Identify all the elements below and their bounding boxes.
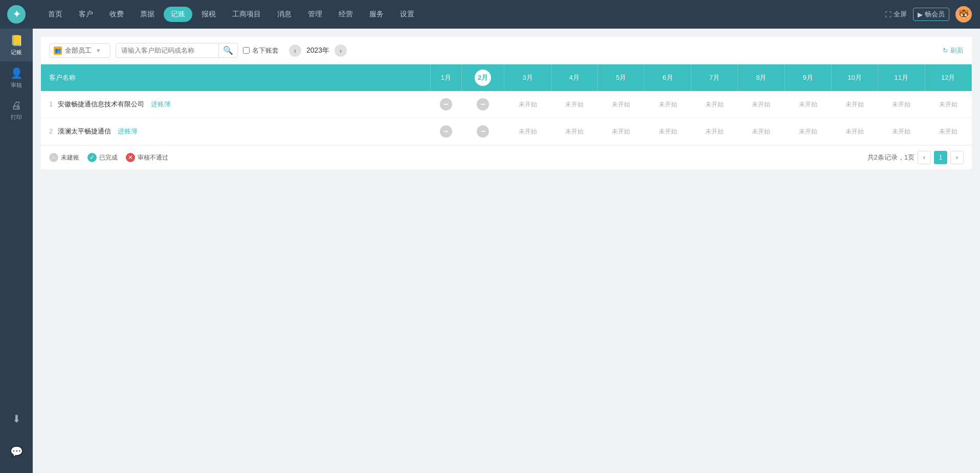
table-header-row: 客户名称 1月 2月 3月 4月 5月 6月 xyxy=(41,64,972,91)
th-m10: 10月 xyxy=(831,64,878,91)
th-m4: 4月 xyxy=(551,64,597,91)
cell-row0-month6: 未开始 xyxy=(644,91,691,118)
sidebar-item-bookkeeping-label: 记账 xyxy=(11,49,22,56)
nav-service[interactable]: 服务 xyxy=(362,7,391,22)
cell-row1-month8: 未开始 xyxy=(738,118,785,145)
status-not-started: 未开始 xyxy=(799,128,817,135)
refresh-label: 刷新 xyxy=(950,46,964,55)
vip-label: 畅会员 xyxy=(925,10,945,19)
status-not-started: 未开始 xyxy=(705,128,724,135)
cell-row0-month11: 未开始 xyxy=(878,91,925,118)
enter-ledger-link[interactable]: 进账簿 xyxy=(151,100,171,108)
cell-row1-month9: 未开始 xyxy=(785,118,831,145)
user-avatar[interactable]: 🐯 xyxy=(955,6,972,22)
nav-right: ⛶ 全屏 ▶ 畅会员 🐯 xyxy=(885,6,972,22)
legend-completed: ✓ 已完成 xyxy=(87,153,118,162)
nav-client[interactable]: 客户 xyxy=(72,7,100,22)
cell-row1-month12: 未开始 xyxy=(925,118,971,145)
next-year-button[interactable]: › xyxy=(335,44,347,57)
row-index: 1 xyxy=(49,100,53,108)
refresh-button[interactable]: ↻ 刷新 xyxy=(943,46,964,55)
status-not-started: 未开始 xyxy=(752,128,770,135)
status-not-started: 未开始 xyxy=(939,128,957,135)
row-index: 2 xyxy=(49,127,53,135)
nav-business[interactable]: 工商项目 xyxy=(225,7,268,22)
search-button[interactable]: 🔍 xyxy=(218,43,237,57)
status-not-started: 未开始 xyxy=(612,101,630,108)
status-not-built: − xyxy=(477,98,489,110)
content-area: 👥 全部员工 ▾ 🔍 名下账套 ‹ 2023年 › xyxy=(33,29,980,473)
vip-icon: ▶ xyxy=(918,11,923,18)
nav-invoice[interactable]: 票据 xyxy=(133,7,162,22)
nav-billing[interactable]: 收费 xyxy=(102,7,131,22)
th-m3: 3月 xyxy=(504,64,551,91)
bookkeeping-icon: 📒 xyxy=(10,34,23,47)
legend-failed-label: 审核不通过 xyxy=(138,153,168,162)
th-m1: 1月 xyxy=(430,64,461,91)
nav-message[interactable]: 消息 xyxy=(270,7,299,22)
th-m2: 2月 xyxy=(461,64,504,91)
legend-completed-icon: ✓ xyxy=(87,153,97,162)
page-1-button[interactable]: 1 xyxy=(934,151,947,164)
refresh-icon: ↻ xyxy=(943,47,948,54)
th-client-name: 客户名称 xyxy=(41,64,430,91)
client-cell-0: 1 安徽畅捷通信息技术有限公司 进账簿 xyxy=(41,91,430,118)
enter-ledger-link[interactable]: 进账簿 xyxy=(118,127,138,135)
sidebar-item-download[interactable]: ⬇ xyxy=(0,402,33,435)
prev-page-button[interactable]: ‹ xyxy=(918,151,931,164)
vip-button[interactable]: ▶ 畅会员 xyxy=(913,8,949,21)
checkbox-input[interactable] xyxy=(243,47,250,54)
nav-tax[interactable]: 报税 xyxy=(194,7,223,22)
table-wrap: 客户名称 1月 2月 3月 4月 5月 6月 xyxy=(41,64,972,145)
search-input[interactable] xyxy=(116,44,218,56)
cell-row0-month4: 未开始 xyxy=(551,91,597,118)
cell-row1-month5: 未开始 xyxy=(598,118,644,145)
sidebar-item-support[interactable]: 💬 xyxy=(0,435,33,468)
pagination-info: 共2条记录，1页 xyxy=(867,153,915,162)
legend-not-built-label: 未建账 xyxy=(61,153,79,162)
status-not-started: 未开始 xyxy=(705,101,724,108)
cell-row1-month4: 未开始 xyxy=(551,118,597,145)
cell-row0-month8: 未开始 xyxy=(738,91,785,118)
status-not-built: − xyxy=(477,125,489,138)
cell-row1-month7: 未开始 xyxy=(691,118,738,145)
checkbox-label: 名下账套 xyxy=(252,46,279,55)
table-scroll[interactable]: 客户名称 1月 2月 3月 4月 5月 6月 xyxy=(41,64,972,145)
checkbox-my-accounts[interactable]: 名下账套 xyxy=(243,46,279,55)
nav-manage[interactable]: 管理 xyxy=(301,7,329,22)
th-m12: 12月 xyxy=(925,64,971,91)
status-not-started: 未开始 xyxy=(519,128,537,135)
cell-row0-month10: 未开始 xyxy=(831,91,878,118)
nav-operation[interactable]: 经营 xyxy=(331,7,360,22)
legend-failed-icon: ✕ xyxy=(126,153,135,162)
cell-row0-month2: − xyxy=(461,91,504,118)
cell-row0-month12: 未开始 xyxy=(925,91,971,118)
fullscreen-button[interactable]: ⛶ 全屏 xyxy=(885,10,907,19)
status-not-started: 未开始 xyxy=(799,101,817,108)
status-not-started: 未开始 xyxy=(845,101,864,108)
sidebar-item-print[interactable]: 🖨 打印 xyxy=(0,94,33,127)
status-not-started: 未开始 xyxy=(845,128,864,135)
status-not-started: 未开始 xyxy=(659,128,677,135)
status-not-started: 未开始 xyxy=(565,101,584,108)
employee-select[interactable]: 👥 全部员工 ▾ xyxy=(49,43,110,58)
sidebar-item-audit[interactable]: 👤 审核 xyxy=(0,61,33,94)
footer: − 未建账 ✓ 已完成 ✕ 审核不通过 共2条记录，1页 ‹ 1 › xyxy=(41,145,972,169)
next-page-button[interactable]: › xyxy=(950,151,964,164)
client-name: 安徽畅捷通信息技术有限公司 xyxy=(58,100,144,108)
download-icon: ⬇ xyxy=(12,413,21,425)
th-m5: 5月 xyxy=(598,64,644,91)
topnav: 首页 客户 收费 票据 记账 报税 工商项目 消息 管理 经营 服务 设置 ⛶ … xyxy=(33,0,980,29)
legend-not-built-icon: − xyxy=(49,153,58,162)
status-not-started: 未开始 xyxy=(519,101,537,108)
cell-row0-month5: 未开始 xyxy=(598,91,644,118)
th-m9: 9月 xyxy=(785,64,831,91)
fullscreen-icon: ⛶ xyxy=(885,11,892,18)
nav-home[interactable]: 首页 xyxy=(41,7,70,22)
cell-row1-month3: 未开始 xyxy=(504,118,551,145)
prev-year-button[interactable]: ‹ xyxy=(289,44,301,57)
sidebar-item-bookkeeping[interactable]: 📒 记账 xyxy=(0,29,33,61)
nav-bookkeeping[interactable]: 记账 xyxy=(164,7,192,22)
nav-settings[interactable]: 设置 xyxy=(393,7,421,22)
status-not-started: 未开始 xyxy=(892,101,910,108)
